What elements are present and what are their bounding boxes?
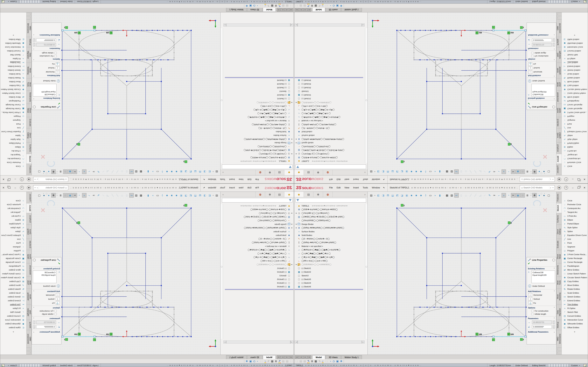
add-horizontal-button[interactable]: — Horizontal [32,293,61,297]
toolbar-icon[interactable]: ✎ [487,193,492,198]
tool-centerpoint-arc[interactable]: ◠Centerpoint Arc [0,206,26,210]
collapse-icon[interactable]: ⌃ [553,317,555,319]
scroll-right-icon[interactable]: ► [362,24,364,26]
tree-item[interactable]: ◔◯Ƨ⊚◎ƧИƎƧ◯◦◯ƧƎИƧ◎⊚Ƨ◯ [294,145,365,148]
toolbar-icon[interactable]: ▾ [374,193,376,198]
fm-expand-chevron[interactable]: › [363,170,367,175]
tab-sketch[interactable]: Sketch [556,154,562,164]
tab-3d-views[interactable]: 3D Views [247,355,262,359]
tree-item[interactable]: ◙Solid Bodies [223,233,294,237]
tab-features[interactable]: Features [26,192,32,203]
tab-model[interactable]: Model [263,8,276,12]
bottom-toolbar-icon[interactable]: ▤ [286,360,288,363]
bottom-toolbar-icon[interactable]: ❋ [246,360,248,363]
tab-featuremanager-tree[interactable]: ◆ [294,170,304,175]
tab-nav-icon[interactable]: ►| [277,355,281,359]
add-fix-button[interactable]: ⚓ Fix [32,301,61,305]
close-button[interactable]: × [583,186,586,190]
tab-sketch[interactable]: Sketch [26,203,32,213]
toolbar-icon[interactable]: ╱ [468,193,473,198]
for-construction-checkbox[interactable]: For construction [32,55,61,58]
collapse-icon[interactable]: ⌃ [553,307,555,309]
tab-mold-tools[interactable]: Mold Tools [26,277,32,289]
tool-circular-sketch-pattern[interactable]: ❖Circular Sketch Pattern [0,275,26,279]
tool-mirror-entities[interactable]: ⇄Mirror Entities [562,268,588,272]
tab-features[interactable]: Features [26,164,32,175]
menu-item-insert[interactable]: Insert [351,177,361,182]
toolbar-icon[interactable]: ⊥ [464,169,468,174]
tree-item[interactable]: ▱◯✚ИN◎⊚+◯✱◉[◯◦◯]◉✱◯+⊚◎NИ✚◯ [223,248,294,252]
bottom-toolbar-icon[interactable]: ⋮⋮ [260,360,263,362]
bottom-toolbar-icon[interactable]: ◷ [332,4,335,7]
tab-nav-icon[interactable]: ► [303,355,307,359]
tree-item[interactable]: ▢Sketch3 [294,90,365,93]
pin-icon[interactable]: ✒ [202,186,206,189]
angle-field[interactable]: 0.00000000° [532,325,552,329]
bottom-toolbar-icon[interactable]: ◔ [329,4,331,7]
search-icon[interactable]: ⌕ [36,186,39,189]
toolbar-icon[interactable]: ⬓ [193,193,198,198]
tool-spline[interactable]: ∿Spline [0,134,26,138]
search-input[interactable] [523,186,549,189]
tool-stretch-entities[interactable]: ↦Stretch Entities [0,68,26,72]
bottom-toolbar-icon[interactable]: ⋮⋮ [290,360,293,362]
tool-style-spline[interactable]: ∿Style Spline [0,138,26,141]
tab-mbd-dimensions[interactable]: MBD Dimensions [556,20,562,37]
tree-item[interactable]: ▱◯·◎✚◯✱◉[◯◦◯]◉✱◯✚◎·◯ [223,252,294,255]
tree-item[interactable]: ▶Design Binder [223,222,294,226]
toolbar-icon[interactable]: ▭ [156,193,160,198]
tree-item[interactable]: ◆TЯPDL2.◎ƎƐ◎Ш◎◎◎✚◎ƆƆ◎ƎƐ◎∴◎ƧƧ◎⊚◎ƎƐ [223,204,294,208]
relation-item[interactable]: Equal length109 [533,274,554,276]
tab--[interactable]: ⋯ [556,348,562,351]
relation-item[interactable]: Collinear108 [533,93,554,96]
toolbar-icon[interactable]: ↩ [454,193,459,198]
tab-nav-icon[interactable]: ◄ [285,8,289,12]
tool-circular-sketch-pattern[interactable]: ❖Circular Sketch Pattern [562,88,588,92]
tool-extend-entities[interactable]: ⊢Extend Entities [562,299,588,302]
tool-center-rectangle[interactable]: ▣Center Rectangle [0,256,26,260]
rollback-bar[interactable] [294,289,363,290]
tab-direct-editing[interactable]: Direct Editing [26,225,32,239]
bottom-toolbar-icon[interactable]: ▣ [336,360,339,363]
tree-item[interactable]: ∟◯ИN◦ɔ◦⊚◎◯◦◯◎⊚◦ɔ◦NИ◯ [223,104,294,108]
options-header[interactable]: Options ⌃ [527,306,556,309]
tab-surfaces[interactable]: Surfaces [556,143,562,154]
bottom-toolbar-icon[interactable]: ≣ [275,360,277,363]
tool-linear-sketch-pattern[interactable]: ∷Linear Sketch Pattern [0,272,26,275]
collapse-icon[interactable]: ⌃ [553,48,555,50]
expander-icon[interactable]: ▶ [291,153,293,155]
tool-3-point-arc[interactable]: ⌓3 Point Arc [0,149,26,153]
relations-list[interactable]: Collinear108 Equal length109 [531,84,555,96]
fm-expand-chevron[interactable]: › [221,192,225,197]
tab-featuremanager-tree[interactable]: ◆ [284,192,294,197]
checkbox-icon[interactable] [531,310,533,312]
scroll-left-icon[interactable]: ◄ [295,341,297,343]
selected-line[interactable] [62,30,95,31]
menu-item-file[interactable]: File [253,177,261,182]
pin-icon[interactable]: ✒ [382,186,386,189]
tree-item[interactable]: ▢(-) Sketch1 [223,266,294,270]
tab-mbd-dimensions[interactable]: MBD Dimensions [556,330,562,347]
expand-icon[interactable]: ⌄ [553,331,555,333]
tab-displaymanager[interactable]: ◍ [255,192,265,197]
expander-icon[interactable]: ▶ [291,227,293,229]
angle-parameter[interactable]: ∠ 0.00000000° ▲▼ [32,325,61,329]
selected-line[interactable] [493,336,527,337]
angle-parameter[interactable]: ∠ 0.00000000° ▲▼ [32,38,61,42]
menu-item-window[interactable]: Window [370,185,382,190]
tab-evaluate[interactable]: Evaluate [556,117,562,128]
panel-help-icon[interactable] [33,259,36,261]
bottom-toolbar-icon[interactable]: ▦ [315,360,317,363]
tree-item[interactable]: ▶◯ƧƎƐИNAU+◯◦◯+UANИƎƐƧ◯ [223,263,294,266]
angle-spinner[interactable]: ▲▼ [33,38,35,42]
checkbox-icon[interactable] [531,55,533,57]
toolbar-icon[interactable]: ◪ [400,193,404,198]
toolbar-icon[interactable]: ▢ [37,193,42,198]
scroll-right-icon[interactable]: ► [224,341,226,343]
toolbar-icon[interactable]: ▣ [179,169,183,174]
fm-expand-chevron[interactable]: › [221,170,225,175]
menu-item-insert[interactable]: Insert [227,177,237,182]
angle-field[interactable]: 0.00000000° [36,38,56,42]
tree-item[interactable]: ◗Surface Bodies [223,134,294,137]
tool-parallelogram[interactable]: ▱Parallelogram [562,264,588,268]
